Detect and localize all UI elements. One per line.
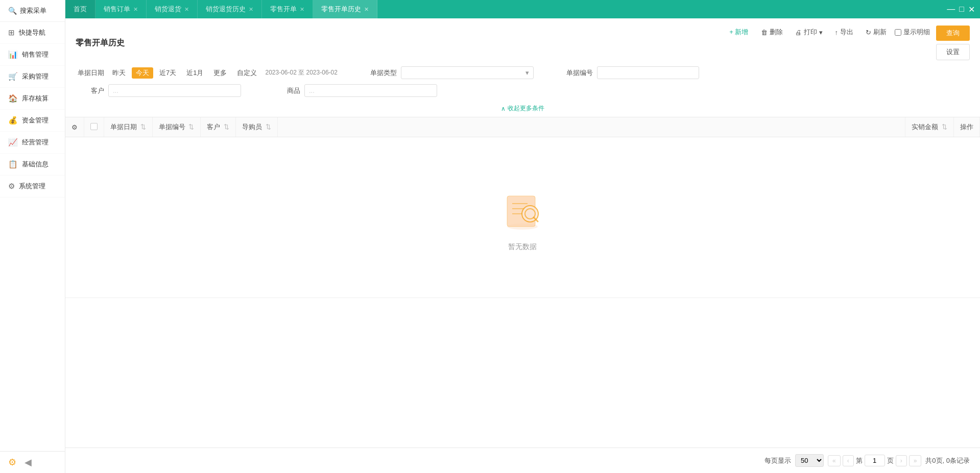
tab-sales-return-label: 销货退货 xyxy=(155,5,181,14)
filter-row-1: 单据日期 昨天 今天 近7天 近1月 更多 自定义 2023-06-02 至 2… xyxy=(76,66,970,79)
tab-retail-open-close[interactable]: ✕ xyxy=(300,6,304,13)
content-area: 零售开单历史 + 新增 🗑 删除 🖨 打印 ▾ xyxy=(65,18,980,473)
tab-retail-open-history-close[interactable]: ✕ xyxy=(364,6,369,13)
number-filter-input[interactable] xyxy=(597,66,699,79)
next-page-button[interactable]: › xyxy=(896,455,907,466)
empty-state-row: 暂无数据 xyxy=(65,137,980,298)
display-dense-checkbox[interactable] xyxy=(895,29,901,36)
tab-sales-order-close[interactable]: ✕ xyxy=(133,6,138,13)
date-filter-label: 单据日期 xyxy=(76,68,104,78)
export-button[interactable]: ↑ 导出 xyxy=(831,26,858,39)
sidebar-item-quick-nav[interactable]: ⊞ 快捷导航 xyxy=(0,22,65,44)
sidebar-item-system-mgmt[interactable]: ⚙ 系统管理 xyxy=(0,176,65,197)
refresh-button[interactable]: ↻ 刷新 xyxy=(862,26,891,39)
filter-row-2: 客户 ... 商品 ... xyxy=(76,84,970,97)
pagination: 每页显示 50 10 20 100 « ‹ 第 页 › » 共0页, 0条记录 xyxy=(65,447,980,473)
maximize-button[interactable]: □ xyxy=(959,5,964,14)
date-opt-more[interactable]: 更多 xyxy=(209,67,231,79)
tab-sales-order[interactable]: 销售订单 ✕ xyxy=(95,0,147,18)
sort-number-icon: ⇅ xyxy=(188,123,194,131)
select-all-checkbox[interactable] xyxy=(90,123,98,130)
sidebar-item-inventory[interactable]: 🏠 库存核算 xyxy=(0,88,65,110)
toolbar-right-section: 查询 设置 xyxy=(936,26,970,60)
collapse-sidebar-icon[interactable]: ◀ xyxy=(25,457,32,468)
tab-sales-return[interactable]: 销货退货 ✕ xyxy=(147,0,198,18)
tab-sales-return-history-close[interactable]: ✕ xyxy=(249,6,253,13)
sidebar-item-label: 基础信息 xyxy=(22,160,49,169)
empty-state-cell: 暂无数据 xyxy=(65,137,980,298)
empty-illustration xyxy=(497,183,548,234)
goods-filter-label: 商品 xyxy=(272,86,300,95)
gear-icon[interactable]: ⚙ xyxy=(71,123,78,131)
sidebar-item-operations[interactable]: 📈 经营管理 xyxy=(0,132,65,154)
type-select[interactable]: ▾ xyxy=(401,66,534,79)
date-filter-group: 单据日期 昨天 今天 近7天 近1月 更多 自定义 2023-06-02 至 2… xyxy=(76,67,338,79)
first-page-button[interactable]: « xyxy=(828,455,841,466)
minimize-button[interactable]: — xyxy=(947,5,955,14)
filter-area: 单据日期 昨天 今天 近7天 近1月 更多 自定义 2023-06-02 至 2… xyxy=(76,66,970,117)
sidebar-item-finance[interactable]: 💰 资金管理 xyxy=(0,110,65,132)
date-opt-custom[interactable]: 自定义 xyxy=(233,67,261,79)
th-number[interactable]: 单据编号 ⇅ xyxy=(152,117,201,137)
page-title-row: 零售开单历史 + 新增 🗑 删除 🖨 打印 ▾ xyxy=(76,26,970,60)
purchase-mgmt-icon: 🛒 xyxy=(8,72,18,81)
th-amount[interactable]: 实销金额 ⇅ xyxy=(905,117,954,137)
print-button[interactable]: 🖨 打印 ▾ xyxy=(791,26,827,39)
date-opt-yesterday[interactable]: 昨天 xyxy=(108,67,130,79)
sidebar-search[interactable]: 🔍 搜索采单 xyxy=(0,0,65,22)
sales-mgmt-icon: 📊 xyxy=(8,50,18,59)
date-opt-1month[interactable]: 近1月 xyxy=(182,67,207,79)
prev-page-button[interactable]: ‹ xyxy=(843,455,854,466)
sidebar-item-label: 快捷导航 xyxy=(19,28,45,37)
main-area: 首页 销售订单 ✕ 销货退货 ✕ 销货退货历史 ✕ 零售开单 ✕ 零售开单历史 … xyxy=(65,0,980,473)
sidebar-item-purchase-mgmt[interactable]: 🛒 采购管理 xyxy=(0,66,65,88)
tab-home[interactable]: 首页 xyxy=(65,0,95,18)
display-dense-toggle[interactable]: 显示明细 xyxy=(895,28,930,37)
customer-filter-label: 客户 xyxy=(76,86,104,95)
tab-retail-open[interactable]: 零售开单 ✕ xyxy=(262,0,313,18)
refresh-label: 刷新 xyxy=(873,28,887,37)
th-date[interactable]: 单据日期 ⇅ xyxy=(104,117,153,137)
window-controls: — □ ✕ xyxy=(947,5,980,14)
tab-sales-return-history[interactable]: 销货退货历史 ✕ xyxy=(198,0,262,18)
date-opt-7days[interactable]: 近7天 xyxy=(155,67,180,79)
tab-sales-return-history-label: 销货退货历史 xyxy=(206,5,246,14)
sidebar-nav: ⊞ 快捷导航 📊 销售管理 🛒 采购管理 🏠 库存核算 💰 资金管理 📈 经营管… xyxy=(0,22,65,451)
sidebar-item-basic-info[interactable]: 📋 基础信息 xyxy=(0,154,65,176)
type-select-arrow: ▾ xyxy=(525,69,529,77)
table-header-row: ⚙ 单据日期 ⇅ 单据编号 ⇅ xyxy=(65,117,980,137)
collapse-bar[interactable]: ∧ 收起更多条件 xyxy=(76,102,970,117)
tab-sales-return-close[interactable]: ✕ xyxy=(184,6,189,13)
finance-icon: 💰 xyxy=(8,116,18,125)
sidebar-bottom: ⚙ ◀ xyxy=(0,451,65,473)
add-button[interactable]: + 新增 xyxy=(725,26,752,39)
goods-filter-input[interactable]: ... xyxy=(304,84,437,97)
table-header: ⚙ 单据日期 ⇅ 单据编号 ⇅ xyxy=(65,117,980,137)
sidebar-item-label: 库存核算 xyxy=(22,94,49,103)
date-opt-today[interactable]: 今天 xyxy=(132,67,153,79)
sidebar-item-sales-mgmt[interactable]: 📊 销售管理 xyxy=(0,44,65,66)
th-gear[interactable]: ⚙ xyxy=(65,117,84,137)
quick-nav-icon: ⊞ xyxy=(8,28,15,37)
number-filter-label: 单据编号 xyxy=(564,68,593,78)
settings-button[interactable]: 设置 xyxy=(936,44,970,60)
settings-icon[interactable]: ⚙ xyxy=(8,457,16,468)
th-check[interactable] xyxy=(84,117,104,137)
close-button[interactable]: ✕ xyxy=(968,5,975,14)
sidebar-item-label: 经营管理 xyxy=(22,138,49,147)
tab-retail-open-history[interactable]: 零售开单历史 ✕ xyxy=(313,0,377,18)
sidebar-item-label: 采购管理 xyxy=(22,72,49,81)
page-input[interactable] xyxy=(865,455,885,466)
per-page-select[interactable]: 50 10 20 100 xyxy=(795,454,824,467)
page-nav: « ‹ 第 页 › » xyxy=(828,455,921,466)
last-page-button[interactable]: » xyxy=(909,455,922,466)
export-icon: ↑ xyxy=(835,29,839,36)
tab-home-label: 首页 xyxy=(74,5,87,14)
delete-button[interactable]: 🗑 删除 xyxy=(757,26,787,39)
print-icon: 🖨 xyxy=(795,29,802,36)
th-salesperson[interactable]: 导购员 ⇅ xyxy=(235,117,277,137)
number-filter-group: 单据编号 xyxy=(564,66,699,79)
query-button[interactable]: 查询 xyxy=(936,26,970,41)
th-customer[interactable]: 客户 ⇅ xyxy=(201,117,236,137)
customer-filter-input[interactable]: ... xyxy=(108,84,241,97)
